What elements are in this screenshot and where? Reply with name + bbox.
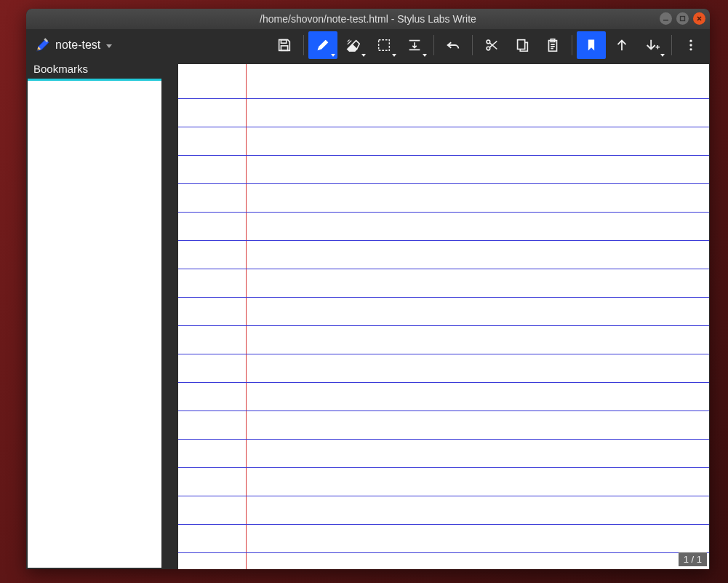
scissors-icon	[484, 37, 500, 53]
titlebar[interactable]: /home/shovon/note-test.html - Stylus Lab…	[26, 9, 710, 29]
paper-ruled-line	[178, 155, 709, 156]
select-tool-button[interactable]	[369, 31, 399, 59]
next-page-button[interactable]	[638, 31, 667, 59]
paper-ruled-line	[178, 382, 709, 383]
prev-page-button[interactable]	[607, 31, 636, 59]
cut-button[interactable]	[477, 31, 506, 59]
svg-point-6	[487, 47, 490, 50]
toolbar-separator	[671, 35, 672, 55]
maximize-button[interactable]	[676, 12, 689, 25]
paste-button[interactable]	[538, 31, 567, 59]
toolbar-separator	[433, 35, 434, 55]
pencil-icon	[315, 37, 331, 53]
paper-ruled-line	[178, 297, 709, 298]
chevron-down-icon	[660, 54, 665, 57]
page-indicator: 1 / 1	[679, 552, 707, 566]
clipboard-icon	[545, 37, 561, 53]
paper-ruled-line	[178, 127, 709, 127]
undo-icon	[445, 37, 461, 53]
chevron-down-icon	[423, 54, 427, 57]
toolbar-separator	[472, 35, 473, 55]
paper-margin-line	[246, 64, 247, 569]
paper-ruled-line	[178, 212, 709, 213]
document-menu[interactable]: note-test	[31, 34, 116, 56]
paper-ruled-line	[178, 411, 709, 411]
pencil-app-icon	[35, 37, 51, 53]
window-title: /home/shovon/note-test.html - Stylus Lab…	[260, 13, 476, 25]
document-name: note-test	[55, 39, 100, 52]
app-window: /home/shovon/note-test.html - Stylus Lab…	[26, 9, 710, 569]
paper-ruled-line	[178, 552, 709, 553]
bookmarks-list[interactable]	[28, 79, 161, 568]
chevron-down-icon	[106, 44, 112, 48]
window-controls	[660, 12, 705, 25]
copy-icon	[514, 37, 530, 53]
bookmark-button[interactable]	[577, 31, 606, 59]
svg-rect-0	[663, 20, 668, 21]
svg-point-12	[689, 44, 692, 46]
bookmark-icon	[584, 37, 599, 53]
toolbar-separator	[303, 35, 304, 55]
paper-ruled-line	[178, 354, 709, 354]
sidebar-splitter[interactable]	[163, 61, 168, 569]
svg-rect-5	[379, 40, 390, 51]
paper-ruled-line	[178, 269, 709, 269]
chevron-down-icon	[361, 54, 366, 57]
svg-rect-4	[281, 46, 287, 50]
chevron-down-icon	[392, 54, 396, 57]
sidebar-header: Bookmarks	[26, 61, 163, 79]
erase-tool-button[interactable]	[339, 31, 368, 59]
insert-space-button[interactable]	[400, 31, 429, 59]
canvas-area[interactable]: 1 / 1	[168, 61, 710, 569]
paper-ruled-line	[178, 467, 709, 468]
svg-point-7	[487, 40, 490, 44]
toolbar-separator	[572, 35, 572, 55]
paper-ruled-line	[178, 439, 709, 440]
paper-ruled-line	[178, 183, 709, 184]
selection-icon	[376, 37, 392, 53]
paper-page[interactable]	[178, 64, 709, 569]
paper-ruled-line	[178, 325, 709, 326]
paper-ruled-line	[178, 240, 709, 241]
undo-button[interactable]	[439, 31, 468, 59]
save-icon	[276, 37, 292, 53]
more-vertical-icon	[684, 37, 698, 53]
paper-ruled-line	[178, 98, 709, 99]
save-button[interactable]	[270, 31, 299, 59]
svg-point-11	[689, 40, 692, 42]
insert-space-icon	[407, 37, 423, 53]
main-area: Bookmarks 1 / 1	[26, 61, 710, 569]
toolbar: note-test	[26, 29, 710, 61]
svg-point-13	[689, 48, 692, 50]
chevron-down-icon	[331, 54, 335, 57]
overflow-menu-button[interactable]	[676, 31, 705, 59]
eraser-icon	[345, 37, 362, 53]
svg-rect-8	[518, 40, 525, 49]
paper-ruled-line	[178, 524, 709, 525]
close-button[interactable]	[693, 12, 705, 25]
bookmarks-sidebar: Bookmarks	[26, 61, 163, 569]
draw-tool-button[interactable]	[308, 31, 337, 59]
svg-rect-1	[681, 17, 685, 21]
minimize-button[interactable]	[660, 12, 672, 25]
paper-ruled-line	[178, 496, 709, 496]
arrow-up-icon	[614, 37, 630, 53]
svg-rect-3	[281, 40, 286, 44]
arrow-down-add-icon	[644, 37, 661, 53]
copy-button[interactable]	[508, 31, 537, 59]
